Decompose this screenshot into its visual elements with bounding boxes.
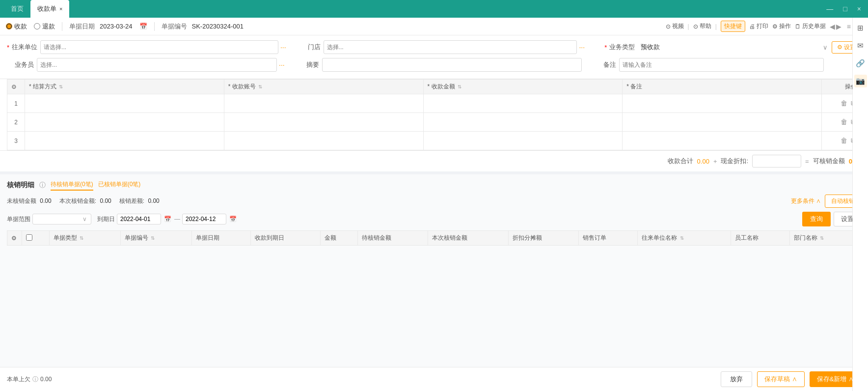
verify-tab-done[interactable]: 已核销单据(0笔) — [98, 179, 141, 191]
save-draft-btn[interactable]: 保存草稿 ∧ — [757, 371, 805, 387]
check-all-checkbox[interactable] — [26, 234, 32, 241]
actions-icon: ⚙ — [772, 23, 778, 30]
tab-home[interactable]: 首页 — [4, 0, 30, 18]
row-2-settlement[interactable] — [25, 113, 224, 132]
partner-input[interactable] — [40, 40, 278, 54]
row-2-account[interactable] — [224, 113, 423, 132]
biztype-arrow-icon[interactable]: ∨ — [823, 44, 828, 51]
more-filter-btn[interactable]: 更多条件 ∧ — [791, 197, 821, 205]
verify-tab-pending[interactable]: 待核销单据(0笔) — [51, 179, 93, 191]
window-close-btn[interactable]: × — [854, 4, 864, 14]
row-1-remark[interactable] — [623, 94, 822, 113]
abandon-btn[interactable]: 放弃 — [721, 371, 752, 387]
radio-refund[interactable]: 退款 — [34, 22, 55, 31]
row-1-num: 1 — [7, 94, 25, 113]
sidebar-mail-icon[interactable]: ✉ — [854, 39, 867, 52]
form-row-2: 业务员 ··· 摘要 备注 — [7, 58, 861, 72]
store-input[interactable] — [324, 40, 577, 54]
equal-sep: = — [805, 158, 809, 165]
actions-btn[interactable]: ⚙ 操作 — [772, 22, 791, 30]
partner-required: * — [7, 44, 9, 51]
history-btn[interactable]: 🗒 历史单据 — [795, 22, 826, 30]
partner-more-icon[interactable]: ··· — [280, 43, 286, 51]
range-dropdown[interactable]: ∨ — [32, 214, 91, 224]
th-employee: 员工名称 — [731, 231, 789, 246]
biztype-value: 预收款 — [641, 43, 660, 52]
note-label: 备注 — [601, 60, 616, 69]
salesman-field: 业务员 ··· — [7, 58, 285, 72]
row-3-amount[interactable] — [423, 132, 623, 150]
date-calendar-icon[interactable]: 📅 — [139, 23, 147, 30]
prev-arrow[interactable]: ◀ — [830, 23, 835, 30]
th-gear: ⚙ — [7, 80, 25, 94]
current-val: 0.00 — [100, 197, 111, 204]
next-arrow[interactable]: ▶ — [836, 23, 841, 30]
verify-info-icon[interactable]: ⓘ — [39, 181, 46, 190]
salesman-input[interactable] — [37, 58, 277, 72]
date-dash: — — [174, 216, 180, 223]
date-calendar-from-icon[interactable]: 📅 — [164, 216, 171, 223]
tab-close-icon[interactable]: × — [59, 6, 62, 12]
row-1-account[interactable] — [224, 94, 423, 113]
row-2-remark[interactable] — [623, 113, 822, 132]
date-to-input[interactable] — [182, 214, 226, 224]
th-discount: 折扣分摊额 — [509, 231, 579, 246]
video-circle-icon: ⊙ — [666, 23, 671, 30]
help-circle-icon: ⊙ — [693, 23, 698, 30]
footer-info-val: 0.00 — [40, 376, 52, 383]
partner-label: 往来单位 — [10, 43, 37, 52]
summary-field: 摘要 — [304, 58, 582, 72]
row-3-account[interactable] — [224, 132, 423, 150]
row-1-settlement[interactable] — [25, 94, 224, 113]
salesman-more-icon[interactable]: ··· — [279, 61, 285, 69]
row-3-remark[interactable] — [623, 132, 822, 150]
bottom-table-wrap: ⚙ 单据类型 ⇅ 单据编号 ⇅ — [7, 230, 861, 367]
sidebar-link-icon[interactable]: 🔗 — [854, 57, 867, 70]
toolbar-right: ⊙ 视频 | ⊙ 帮助 | 快捷键 🖨 打印 ⚙ 操作 🗒 历史单据 — [666, 21, 862, 32]
range-label: 单据范围 — [7, 215, 30, 223]
list-view-btn[interactable]: ≡ — [845, 22, 852, 31]
help-btn[interactable]: ⊙ 帮助 — [693, 22, 711, 30]
biztype-required: * — [604, 44, 607, 51]
note-field: 备注 — [601, 58, 824, 72]
maximize-btn[interactable]: □ — [840, 4, 850, 14]
query-btn[interactable]: 查询 — [802, 212, 831, 226]
print-icon: 🖨 — [749, 23, 755, 30]
receipt-type-radio-group: 收款 退款 — [6, 22, 55, 31]
verify-header: 核销明细 ⓘ 待核销单据(0笔) 已核销单据(0笔) — [7, 179, 861, 191]
verifiable-label: 可核销金额 — [813, 157, 845, 166]
biztype-label: 业务类型 — [608, 43, 635, 52]
current-label: 本次核销金额: — [59, 197, 96, 204]
row-3-delete-icon[interactable]: 🗑 — [840, 136, 848, 145]
summary-input[interactable] — [322, 58, 582, 72]
cash-discount-input[interactable] — [752, 155, 801, 168]
sort-docno-icon: ⇅ — [151, 235, 155, 241]
video-btn[interactable]: ⊙ 视频 — [666, 22, 684, 30]
row-1-amount[interactable] — [423, 94, 623, 113]
row-1-delete-icon[interactable]: 🗑 — [840, 98, 848, 108]
unverified-stat: 未核销金额 0.00 — [7, 197, 52, 205]
minimize-btn[interactable]: — — [823, 4, 836, 14]
th-gear-icon[interactable]: ⚙ — [11, 235, 17, 242]
table-row: 2 🗑 ⧉ — [7, 113, 861, 132]
sidebar-table-icon[interactable]: ⊞ — [854, 22, 867, 34]
date-calendar-to-icon[interactable]: 📅 — [229, 216, 237, 223]
radio-receipt[interactable]: 收款 — [6, 22, 27, 31]
footer-info-icon[interactable]: ⓘ — [32, 375, 38, 384]
date-from-input[interactable] — [117, 214, 161, 224]
settings-gear-icon: ⚙ — [837, 44, 842, 51]
table-gear-icon[interactable]: ⚙ — [11, 84, 17, 90]
note-input[interactable] — [619, 58, 824, 72]
tab-receipt[interactable]: 收款单 × — [30, 0, 69, 18]
shortcut-btn[interactable]: 快捷键 — [721, 21, 745, 32]
row-3-settlement[interactable] — [25, 132, 224, 150]
store-label: 门店 — [306, 43, 321, 52]
store-more-icon[interactable]: ··· — [579, 43, 585, 51]
row-2-amount[interactable] — [423, 113, 623, 132]
sidebar-camera-icon[interactable]: 📷 — [854, 75, 867, 87]
summary-label: 摘要 — [304, 60, 319, 69]
biztype-field: * 业务类型 预收款 ∨ — [604, 43, 828, 52]
print-btn[interactable]: 🖨 打印 — [749, 22, 768, 30]
row-2-delete-icon[interactable]: 🗑 — [840, 117, 848, 127]
range-filter: 单据范围 ∨ — [7, 214, 91, 224]
